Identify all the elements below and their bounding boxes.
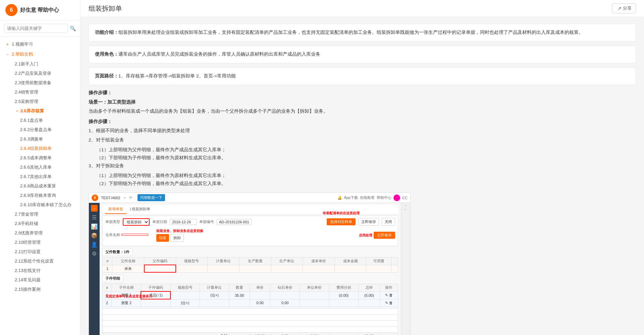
mock-num-label: 单据编号 [199,219,214,224]
mock-footer-v3: 0.00 [300,332,329,335]
mock-icon-bar: ⌂ ☰ 📊 📦 👤 ⚙ [89,203,100,335]
mock-footer-v5: ¥0.00 [359,332,380,335]
mock-lth-op: 操作 [380,284,398,292]
mock-td-4 [176,265,208,272]
sidebar-item-system[interactable]: 2.12系统个性化设置 [9,257,80,266]
func-intro-text: 功能介绍：组装拆卸单用来处理企业组装或拆卸等加工业务，支持有固定装配清单的产品加… [95,29,630,37]
mock-btn-confirm[interactable]: 选择对应料单 [327,218,356,225]
mock-sync-icon: ⟳ [129,196,132,200]
sidebar-item-inventory-7[interactable]: 2.6.7其他出库单 [15,172,80,181]
mock-lth-11: 总M [359,284,380,292]
sidebar-item-inventory-8[interactable]: 2.6.8商品成本重算 [15,181,80,191]
sidebar-item-coupon[interactable]: 2.9优惠券管理 [9,228,80,238]
mock-btn-save[interactable]: 立即保存 [358,218,379,226]
sidebar-item-sales[interactable]: 2.4销售管理 [9,88,80,97]
mock-th-4: 规格型号 [176,258,208,265]
search-icon[interactable]: 🔍 [70,25,76,32]
sidebar-item-finance[interactable]: 2.7资金管理 [9,210,80,219]
mock-th-9: 成本金额 [334,258,366,265]
sidebar-item-payment[interactable]: 2.13在线支付 [9,266,80,275]
mock-th-1: # [103,258,112,265]
mock-lth-8: 钻石单价 [270,284,300,292]
table-row: 无固定清单可以在这里直接录入 [103,306,398,308]
mock-date-value: 2019-12-26 [170,219,197,225]
sidebar-item-purchase[interactable]: 2.5采购管理 [9,97,80,106]
share-button[interactable]: ↗ 分享 [612,3,636,13]
mock-ltd-9 [300,291,329,299]
sidebar-item-inventory-3[interactable]: 2.6.3调拨单 [15,134,80,144]
sidebar-item-inventory-6[interactable]: 2.6.6其他入库单 [15,163,80,172]
role-intro-text: 使用角色：通常由生产人员或库管人员完成拆装业务的操作，库管人员确认原材料的出库和… [95,51,630,58]
mock-enable-area: 启用处理 立即保存 [359,231,395,239]
mock-tab-list[interactable]: | 组装拆卸单 [126,205,154,214]
sidebar-item-inventory-10[interactable]: 2.6.10库存账本错了怎么办 [15,200,80,210]
sidebar-item-faq[interactable]: 2.14常见问题 [9,275,80,285]
mock-num-value: AD-20191226-001 [217,219,252,225]
path-block: 页面路径：1、库存核算->库存管理->组装拆卸单 2、首页->常用功能 [89,67,636,85]
sidebar-item-print[interactable]: 2.11打印设置 [9,247,80,257]
sidebar-item-management[interactable]: 2.10经营管理 [9,238,80,247]
sidebar-item-inventory-1[interactable]: 2.6.1盘点单 [15,116,80,125]
mock-th-6: 生产数量 [239,258,271,265]
mock-lower-label: 子件明细 [102,275,123,282]
screenshot-container: 6 TEST-H002 ▼ ⟳ 同期数据一下 🔔 App下载 在线检查 帮助中心… [89,192,411,335]
mock-form: 单据类型 组装拆卸 单据日期 2019-12-26 单据编号 AD-201912… [102,216,398,246]
mock-lth-10: 费用分担 [329,284,359,292]
mock-tab-add[interactable]: 新增单据 [105,205,126,214]
mock-icon-person: 👤 [91,241,98,248]
mock-lth-3: 子件编码 [141,284,170,292]
sidebar-item-cases[interactable]: 2.15操作案例 [9,285,80,294]
mock-org-label: 仓库名称 [105,232,120,237]
mock-btn-assemble[interactable]: 组装 [156,234,169,242]
sidebar-item-video[interactable]: ＋ 1.视频学习 [0,39,80,49]
sidebar-item-assembly[interactable]: 2.6.4组装拆卸单 [15,144,80,153]
sidebar-item-inventory[interactable]: － 2.6库存核算 [9,106,80,116]
nav-sub-docs: 2.1新手入门 2.2产品安装及登录 2.3使用前数据准备 2.4销售管理 2.… [0,59,80,294]
nav-tree: ＋ 1.视频学习 － 2.帮助文档 2.1新手入门 2.2产品安装及登录 2.3… [0,37,80,335]
sidebar-item-newbie[interactable]: 2.1新手入门 [9,59,80,69]
sidebar-item-docs[interactable]: － 2.帮助文档 [0,49,80,59]
mock-icon-list: ☰ [92,214,97,221]
content-area: 功能介绍：组装拆卸单用来处理企业组装或拆卸等加工业务，支持有固定装配清单的产品加… [80,17,644,335]
mock-form-row2: 仓库名称 组装业务、拆卸业务在这里切换 组装 拆卸 [105,228,395,242]
table-row [103,308,398,314]
scene1-heading: 场景一：加工类型选择 [89,99,636,105]
mock-topbar-right: 🔔 App下载 在线检查 帮助中心 CC [337,194,408,201]
mock-ltd-7 [250,291,270,299]
mock-topbar-sep: ▼ [123,196,126,200]
mock-ltd-6: 35.00 [229,291,250,299]
share-label: 分享 [623,5,632,11]
sidebar-item-install[interactable]: 2.2产品安装及登录 [9,69,80,78]
sidebar-item-inventory-9[interactable]: 2.6.9库存账本查询 [15,191,80,200]
mock-btn-disassemble[interactable]: 拆卸 [170,234,184,242]
mock-btn-enable[interactable]: 立即保存 [374,232,395,239]
sidebar-item-label: 2.帮助文档 [12,51,33,57]
sidebar-item-inventory-2[interactable]: 2.6.2分量盘点单 [15,125,80,134]
mock-topbar-item1: App下载 [344,195,358,200]
plus-icon-1: ＋ [5,41,10,47]
mock-ltd2-4: (位+) [170,299,200,306]
mock-th-3: 父件编码 [144,258,176,265]
mock-td-2: 米米 [112,265,144,272]
sidebar-item-mobile[interactable]: 2.8手机旺铺 [9,219,80,228]
sidebar-item-inventory-5[interactable]: 2.6.5成本调整单 [15,153,80,163]
step1: 1、根据不同的业务，选择不同单据的类型来处理 [89,127,636,135]
mock-ltd-8 [270,291,300,299]
mock-icon-chart: 📊 [91,223,98,230]
mock-type-select[interactable]: 组装拆卸 [123,218,150,226]
mock-btn-new[interactable]: 同期数据一下 [138,194,165,201]
mock-btn-cancel[interactable]: 关闭 [382,218,395,226]
search-input[interactable] [4,24,68,33]
mock-th-8: 成本单价 [303,258,335,265]
sidebar-item-data-prep[interactable]: 2.3使用前数据准备 [9,78,80,88]
page-title: 组装拆卸单 [89,4,122,13]
mock-td-7 [271,265,303,272]
mock-footer-row: 合计 ¥0.00 0.00 0.00 ¥0.00 [103,332,398,335]
table-row [103,314,398,320]
mock-body: ⌂ ☰ 📊 📦 👤 ⚙ 新增单据 | 组装拆卸单 [89,203,410,335]
func-intro-block: 功能介绍：组装拆卸单用来处理企业组装或拆卸等加工业务，支持有固定装配清单的产品加… [89,24,636,42]
mock-th-op [392,258,398,265]
role-intro-block: 使用角色：通常由生产人员或库管人员完成拆装业务的操作，库管人员确认原材料的出库和… [89,46,636,63]
minus-icon-2: － [5,51,10,57]
mock-lth-1: # [103,284,112,292]
